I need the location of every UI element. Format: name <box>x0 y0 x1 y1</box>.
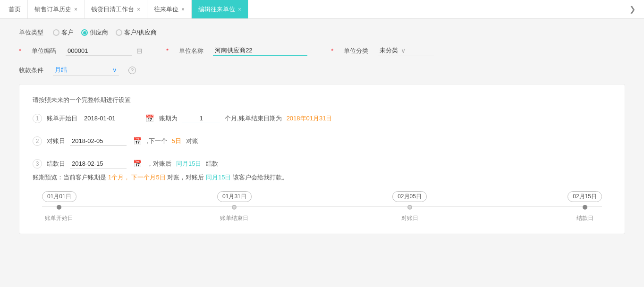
payment-date-label: 结款日 <box>47 160 65 168</box>
node-label-4: 结款日 <box>576 214 593 222</box>
close-counterpart[interactable]: × <box>181 6 185 13</box>
unit-info-row: * 单位编码 ⊟ * 单位名称 * 单位分类 未分类 ∨ <box>19 45 625 56</box>
tab-cash-work[interactable]: 钱货日清工作台 × <box>85 0 147 18</box>
classify-chevron-icon: ∨ <box>401 47 406 54</box>
radio-circle-both <box>116 29 122 36</box>
tab-home[interactable]: 首页 <box>4 0 28 18</box>
unit-code-label: 单位编码 <box>32 47 56 55</box>
unit-type-label: 单位类型 <box>19 28 43 37</box>
start-date-calendar-icon[interactable]: 📅 <box>145 114 154 123</box>
row-payment-date: 3 结款日 📅 ，对账后 同月15日 结款 <box>33 159 611 169</box>
payment-date-input[interactable] <box>70 159 127 169</box>
start-date-input[interactable] <box>82 114 139 123</box>
row-start-date: 1 账单开始日 📅 账期为 个月,账单结束日期为 2018年01月31日 <box>33 114 611 123</box>
timeline-node-3: 02月05日 对账日 <box>392 191 427 222</box>
radio-both[interactable]: 客户/供应商 <box>116 28 157 37</box>
node-dot-1 <box>57 205 61 210</box>
main-content: 单位类型 客户 供应商 客户/供应商 * 单位编码 ⊟ * 单位名称 * <box>0 19 644 287</box>
radio-circle-customer <box>53 29 59 36</box>
node-label-1: 账单开始日 <box>45 214 73 222</box>
period-end-date: 2018年01月31日 <box>287 114 332 123</box>
payment-row: 收款条件 月结 ∨ ? <box>19 65 625 76</box>
preview-reconcile-day: 下一个月5日 <box>131 174 165 181</box>
close-sales-history[interactable]: × <box>74 6 77 13</box>
close-cash-work[interactable]: × <box>137 6 140 13</box>
settings-card: 请按照未来的一个完整帐期进行设置 1 账单开始日 📅 账期为 个月,账单结束日期… <box>19 84 625 234</box>
radio-customer[interactable]: 客户 <box>53 28 74 37</box>
reconcile-prefix: ,下一个 <box>147 137 167 145</box>
preview-text: 账期预览：当前客户账期是 1个月， 下一个月5日 对账，对账后 同月15日 该客… <box>33 173 611 182</box>
node-dot-3 <box>407 205 412 210</box>
unit-type-row: 单位类型 客户 供应商 客户/供应商 <box>19 28 625 37</box>
unit-classify-label: 单位分类 <box>344 47 368 55</box>
period-suffix: 个月,账单结束日期为 <box>225 114 282 123</box>
reconcile-suffix: 对账 <box>186 137 198 145</box>
tabs-expand-button[interactable]: ❯ <box>625 5 640 14</box>
node-label-2: 账单结束日 <box>220 214 248 222</box>
node-badge-3: 02月05日 <box>392 191 427 202</box>
reconcile-calendar-icon[interactable]: 📅 <box>133 137 142 145</box>
preview-period: 1个月， <box>108 174 130 181</box>
payment-select[interactable]: 月结 ∨ <box>53 65 119 76</box>
period-input[interactable] <box>182 114 220 123</box>
node-dot-2 <box>232 205 237 210</box>
tab-sales-history[interactable]: 销售订单历史 × <box>28 0 85 18</box>
timeline-node-2: 01月31日 账单结束日 <box>217 191 252 222</box>
row-number-2: 2 <box>33 136 42 146</box>
tab-counterpart[interactable]: 往来单位 × <box>147 0 192 18</box>
timeline-node-1: 01月01日 账单开始日 <box>42 191 76 222</box>
unit-code-field: ⊟ <box>66 46 143 56</box>
row-number-1: 1 <box>33 114 42 123</box>
payment-label: 收款条件 <box>19 66 43 75</box>
tabs-bar: 首页 销售订单历史 × 钱货日清工作台 × 往来单位 × 编辑往来单位 × ❯ <box>0 0 644 19</box>
timeline: 01月01日 账单开始日 01月31日 账单结束日 02月05日 对账日 <box>33 191 611 222</box>
reconcile-label: 对账日 <box>47 137 65 145</box>
start-date-label: 账单开始日 <box>47 114 77 123</box>
node-badge-1: 01月01日 <box>42 191 76 202</box>
node-label-3: 对账日 <box>401 214 418 222</box>
node-badge-2: 01月31日 <box>217 191 252 202</box>
card-title: 请按照未来的一个完整帐期进行设置 <box>33 96 611 104</box>
node-badge-4: 02月15日 <box>568 191 602 202</box>
close-edit-counterpart[interactable]: × <box>238 6 241 13</box>
unit-classify-select[interactable]: 未分类 ∨ <box>378 45 434 56</box>
timeline-nodes: 01月01日 账单开始日 01月31日 账单结束日 02月05日 对账日 <box>42 191 602 222</box>
tab-edit-counterpart[interactable]: 编辑往来单位 × <box>192 0 248 18</box>
payment-prefix: ，对账后 <box>147 160 171 168</box>
payment-help-icon[interactable]: ? <box>128 67 136 74</box>
payment-chevron-icon: ∨ <box>112 67 117 74</box>
unit-code-copy-icon[interactable]: ⊟ <box>136 47 143 55</box>
unit-name-input[interactable] <box>213 46 307 56</box>
unit-code-input[interactable] <box>66 46 132 56</box>
payment-date-calendar-icon[interactable]: 📅 <box>133 160 142 168</box>
row-reconcile-date: 2 对账日 📅 ,下一个 5日 对账 <box>33 136 611 146</box>
preview-payment-day: 同月15日 <box>206 174 231 181</box>
reconcile-date-input[interactable] <box>70 136 127 146</box>
timeline-node-4: 02月15日 结款日 <box>568 191 602 222</box>
payment-day: 同月15日 <box>176 160 201 168</box>
unit-name-label: 单位名称 <box>179 47 203 55</box>
radio-supplier[interactable]: 供应商 <box>81 28 108 37</box>
reconcile-day: 5日 <box>172 137 181 145</box>
radio-circle-supplier <box>81 29 88 36</box>
row-number-3: 3 <box>33 159 42 169</box>
payment-suffix: 结款 <box>206 160 218 168</box>
radio-group-unit-type: 客户 供应商 客户/供应商 <box>53 28 157 37</box>
period-label: 账期为 <box>159 114 178 123</box>
node-dot-4 <box>583 205 587 210</box>
